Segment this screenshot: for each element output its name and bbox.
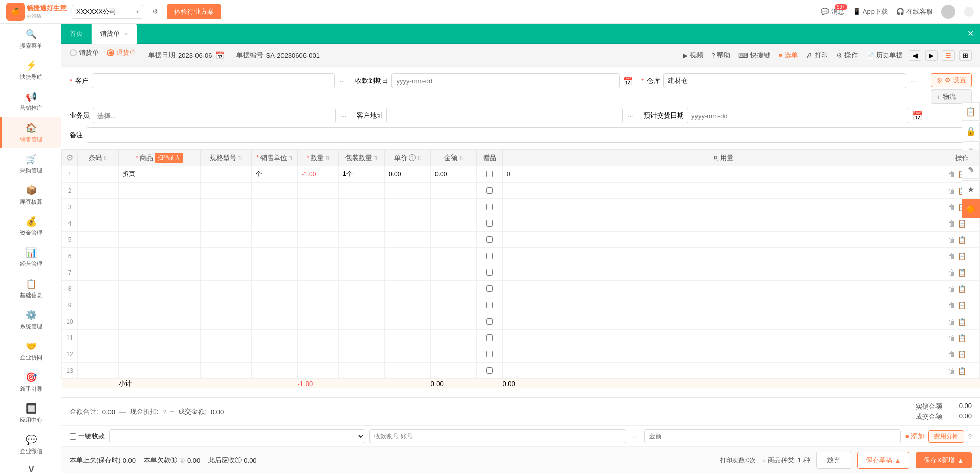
cell-spec-2[interactable] (201, 183, 252, 199)
cell-qty-12[interactable] (298, 346, 339, 363)
cell-price-1[interactable] (385, 166, 431, 183)
gift-check-7[interactable] (486, 269, 493, 276)
sidebar-item-system[interactable]: ⚙️ 系统管理 (0, 304, 61, 335)
message-button[interactable]: 💬 消息 99+ (821, 7, 844, 16)
cell-amount-9[interactable] (431, 297, 477, 313)
customer-input[interactable] (92, 73, 335, 88)
cell-spec-13[interactable] (201, 363, 252, 379)
history-button[interactable]: 📄 历史单据 (864, 50, 905, 61)
sidebar-item-member[interactable]: V 畅会员 (0, 460, 61, 473)
table-settings-icon[interactable]: ⚙ (66, 153, 73, 162)
cell-amount-5[interactable] (431, 232, 477, 248)
sort-spec-icon[interactable]: ⇅ (238, 155, 242, 161)
add-button[interactable]: ● 添加 (905, 432, 924, 441)
copy-row-icon-13[interactable]: 📋 (957, 367, 966, 375)
sidebar-item-inventory[interactable]: 📦 库存核算 (0, 179, 61, 211)
user-avatar[interactable] (941, 5, 955, 19)
cell-spec-8[interactable] (201, 281, 252, 297)
cell-product-8[interactable] (119, 281, 201, 297)
delete-row-icon-10[interactable]: 🗑 (948, 318, 955, 326)
cell-pkg-qty-9[interactable] (339, 297, 385, 313)
sidebar-item-search[interactable]: 🔍 搜索菜单 (0, 24, 61, 55)
shortcut-key-button[interactable]: ⌨ 快捷键 (736, 50, 772, 61)
gift-check-9[interactable] (486, 302, 493, 308)
sort-amount-icon[interactable]: ⇅ (459, 155, 463, 161)
cell-spec-4[interactable] (201, 215, 252, 232)
tab-bar-close-button[interactable]: ✕ (961, 29, 980, 38)
copy-row-icon-9[interactable]: 📋 (957, 301, 966, 309)
prev-record-button[interactable]: ◀ (909, 50, 921, 61)
copy-row-icon-5[interactable]: 📋 (957, 236, 966, 244)
cell-price-10[interactable] (385, 313, 431, 330)
cell-unit-6[interactable] (252, 248, 298, 264)
print-button[interactable]: 🖨 打印 (804, 50, 830, 61)
cell-price-11[interactable] (385, 330, 431, 346)
customer-addr-input[interactable] (386, 108, 623, 123)
customer-ellipsis-button[interactable]: ··· (338, 77, 347, 85)
delete-row-icon-1[interactable]: 🗑 (948, 170, 955, 178)
cell-product-11[interactable] (119, 330, 201, 346)
delete-row-icon-6[interactable]: 🗑 (948, 252, 955, 260)
cell-unit-5[interactable] (252, 232, 298, 248)
salesman-input[interactable] (93, 108, 336, 123)
gift-check-11[interactable] (486, 334, 493, 341)
sidebar-item-operations[interactable]: 📊 经营管理 (0, 242, 61, 273)
cell-product-5[interactable] (119, 232, 201, 248)
cell-qty-4[interactable] (298, 215, 339, 232)
delete-row-icon-4[interactable]: 🗑 (948, 219, 955, 228)
cell-pkg-qty-13[interactable] (339, 363, 385, 379)
quick-pay-checkbox[interactable]: 一键收款 (70, 432, 105, 441)
float-lock-button[interactable]: 🔒 (962, 122, 980, 140)
gift-check-12[interactable] (486, 351, 493, 357)
video-button[interactable]: ▶ 视频 (681, 50, 705, 61)
cell-price-13[interactable] (385, 363, 431, 379)
cell-pkg-qty-1[interactable] (339, 166, 385, 183)
cell-price-5[interactable] (385, 232, 431, 248)
cell-qty-8[interactable] (298, 281, 339, 297)
cell-pkg-qty-11[interactable] (339, 330, 385, 346)
save-new-button[interactable]: 保存&新增 ▲ (916, 452, 972, 468)
cell-qty-1[interactable] (298, 166, 339, 183)
account-ellipsis-button[interactable]: ··· (630, 433, 640, 440)
cell-unit-2[interactable] (252, 183, 298, 199)
cell-amount-8[interactable] (431, 281, 477, 297)
sort-pkg-icon[interactable]: ⇅ (374, 155, 378, 161)
cell-unit-10[interactable] (252, 313, 298, 330)
gift-check-13[interactable] (486, 367, 493, 374)
app-download-button[interactable]: 📱 App下载 (853, 7, 888, 16)
cell-qty-6[interactable] (298, 248, 339, 264)
grid-view-button[interactable]: ⊞ (959, 50, 972, 61)
experience-button[interactable]: 体验行业方案 (167, 4, 221, 19)
payment-date-input[interactable] (391, 73, 619, 88)
cell-barcode-9[interactable] (78, 297, 119, 313)
cell-amount-12[interactable] (431, 346, 477, 363)
fee-split-button[interactable]: 费用分摊 (928, 430, 964, 443)
cell-qty-9[interactable] (298, 297, 339, 313)
warehouse-input[interactable] (663, 73, 906, 88)
save-draft-button[interactable]: 保存草稿 ▲ (857, 452, 910, 469)
copy-row-icon-12[interactable]: 📋 (957, 350, 966, 358)
logistics-button[interactable]: + 物流 (931, 89, 972, 104)
cell-spec-1[interactable] (201, 166, 252, 183)
delete-row-icon-7[interactable]: 🗑 (948, 268, 955, 277)
calendar-icon[interactable]: 📅 (215, 51, 224, 59)
gift-check-4[interactable] (486, 220, 493, 227)
cell-amount-7[interactable] (431, 264, 477, 281)
salesman-ellipsis-button[interactable]: ··· (339, 112, 349, 120)
cell-unit-8[interactable] (252, 281, 298, 297)
cell-barcode-10[interactable] (78, 313, 119, 330)
cell-pkg-qty-4[interactable] (339, 215, 385, 232)
cell-unit-7[interactable] (252, 264, 298, 281)
delete-row-icon-8[interactable]: 🗑 (948, 285, 955, 293)
copy-row-icon-8[interactable]: 📋 (957, 285, 966, 293)
cell-spec-6[interactable] (201, 248, 252, 264)
cell-price-2[interactable] (385, 183, 431, 199)
discard-button[interactable]: 放弃 (816, 452, 851, 469)
list-view-button[interactable]: ☰ (942, 50, 955, 61)
cell-barcode-4[interactable] (78, 215, 119, 232)
pay-method-select[interactable] (109, 429, 365, 443)
payment-date-calendar-icon[interactable]: 📅 (623, 76, 633, 86)
cell-product-12[interactable] (119, 346, 201, 363)
cell-qty-2[interactable] (298, 183, 339, 199)
operation-button[interactable]: ⚙ 操作 (834, 50, 860, 61)
